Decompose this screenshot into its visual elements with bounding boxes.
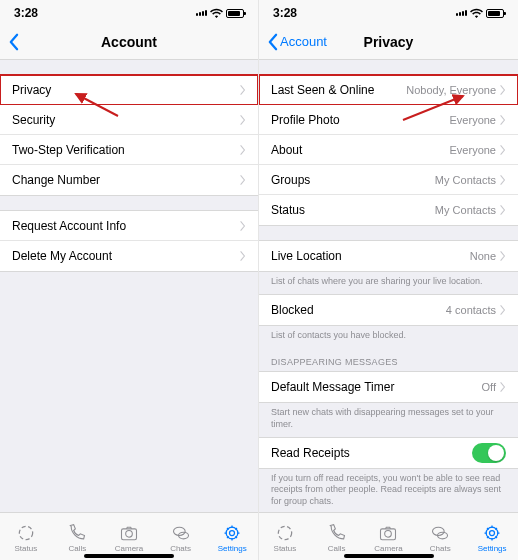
back-button[interactable]: [8, 33, 19, 51]
row-delete-account[interactable]: Delete My Account: [0, 241, 258, 271]
row-two-step[interactable]: Two-Step Verification: [0, 135, 258, 165]
svg-point-0: [19, 526, 32, 539]
row-about[interactable]: About Everyone: [259, 135, 518, 165]
svg-point-6: [230, 530, 235, 535]
note-blocked: List of contacts you have blocked.: [259, 326, 518, 348]
status-icon: [15, 523, 37, 543]
svg-point-2: [126, 530, 133, 537]
clock: 3:28: [273, 6, 297, 20]
back-button[interactable]: Account: [267, 33, 327, 51]
camera-icon: [377, 523, 399, 543]
signal-icon: [196, 10, 207, 16]
signal-icon: [456, 10, 467, 16]
tab-status[interactable]: Status: [0, 523, 52, 553]
clock: 3:28: [14, 6, 38, 20]
phone-icon: [66, 523, 88, 543]
chevron-right-icon: [240, 85, 246, 95]
chats-icon: [429, 523, 451, 543]
tab-settings[interactable]: Settings: [466, 523, 518, 553]
account-group-1: Privacy Security Two-Step Verification C…: [0, 74, 258, 196]
page-title: Account: [0, 34, 258, 50]
chevron-right-icon: [500, 145, 506, 155]
tab-chats[interactable]: Chats: [155, 523, 207, 553]
battery-icon: [226, 9, 244, 18]
row-status-privacy[interactable]: Status My Contacts: [259, 195, 518, 225]
note-receipts: If you turn off read receipts, you won't…: [259, 469, 518, 512]
section-disappearing: DISAPPEARING MESSAGES: [259, 347, 518, 371]
chevron-right-icon: [500, 305, 506, 315]
row-live-location[interactable]: Live Location None: [259, 241, 518, 271]
tab-camera[interactable]: Camera: [363, 523, 415, 553]
home-indicator: [344, 554, 434, 558]
svg-point-13: [490, 530, 495, 535]
chevron-right-icon: [500, 205, 506, 215]
privacy-group-receipts: Read Receipts: [259, 437, 518, 469]
phone-privacy: 3:28 Account Privacy Last Seen & Online …: [259, 0, 518, 560]
chevron-right-icon: [240, 115, 246, 125]
row-blocked[interactable]: Blocked 4 contacts: [259, 295, 518, 325]
tab-chats[interactable]: Chats: [414, 523, 466, 553]
home-indicator: [84, 554, 174, 558]
gear-icon: [481, 523, 503, 543]
wifi-icon: [210, 8, 223, 18]
chevron-right-icon: [240, 221, 246, 231]
camera-icon: [118, 523, 140, 543]
status-icon: [274, 523, 296, 543]
chevron-right-icon: [500, 175, 506, 185]
row-last-seen[interactable]: Last Seen & Online Nobody, Everyone: [259, 75, 518, 105]
row-profile-photo[interactable]: Profile Photo Everyone: [259, 105, 518, 135]
chats-icon: [170, 523, 192, 543]
battery-icon: [486, 9, 504, 18]
row-groups[interactable]: Groups My Contacts: [259, 165, 518, 195]
privacy-group-liveloc: Live Location None: [259, 240, 518, 272]
privacy-group-blocked: Blocked 4 contacts: [259, 294, 518, 326]
chevron-right-icon: [240, 145, 246, 155]
row-change-number[interactable]: Change Number: [0, 165, 258, 195]
svg-point-9: [385, 530, 392, 537]
account-group-2: Request Account Info Delete My Account: [0, 210, 258, 272]
privacy-group-disappearing: Default Message Timer Off: [259, 371, 518, 403]
chevron-right-icon: [500, 115, 506, 125]
toggle-read-receipts[interactable]: [472, 443, 506, 463]
tab-bar: Status Calls Camera Chats Settings: [259, 512, 518, 560]
row-privacy[interactable]: Privacy: [0, 75, 258, 105]
tab-camera[interactable]: Camera: [103, 523, 155, 553]
nav-bar: Account: [0, 24, 258, 60]
tab-settings[interactable]: Settings: [206, 523, 258, 553]
chevron-right-icon: [500, 382, 506, 392]
row-read-receipts[interactable]: Read Receipts: [259, 438, 518, 468]
status-bar: 3:28: [259, 0, 518, 24]
svg-point-7: [278, 526, 291, 539]
privacy-group-main: Last Seen & Online Nobody, Everyone Prof…: [259, 74, 518, 226]
row-default-timer[interactable]: Default Message Timer Off: [259, 372, 518, 402]
chevron-right-icon: [240, 251, 246, 261]
nav-bar: Account Privacy: [259, 24, 518, 60]
chevron-right-icon: [500, 85, 506, 95]
wifi-icon: [470, 8, 483, 18]
row-security[interactable]: Security: [0, 105, 258, 135]
gear-icon: [221, 523, 243, 543]
note-liveloc: List of chats where you are sharing your…: [259, 272, 518, 294]
tab-calls[interactable]: Calls: [311, 523, 363, 553]
chevron-right-icon: [500, 251, 506, 261]
phone-icon: [326, 523, 348, 543]
note-disappearing: Start new chats with disappearing messag…: [259, 403, 518, 436]
row-request-info[interactable]: Request Account Info: [0, 211, 258, 241]
tab-bar: Status Calls Camera Chats Settings: [0, 512, 258, 560]
tab-status[interactable]: Status: [259, 523, 311, 553]
tab-calls[interactable]: Calls: [52, 523, 104, 553]
status-bar: 3:28: [0, 0, 258, 24]
phone-account: 3:28 Account Privacy Security Two-Step V…: [0, 0, 259, 560]
chevron-right-icon: [240, 175, 246, 185]
